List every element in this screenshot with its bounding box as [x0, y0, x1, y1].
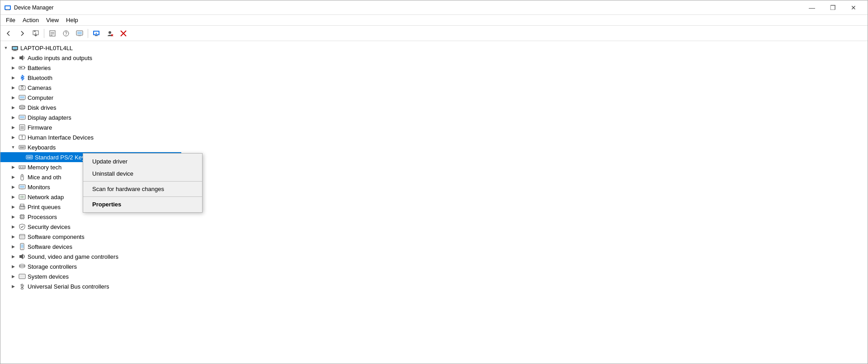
- tree-item-storage[interactable]: ▶ Storage controllers: [0, 261, 181, 271]
- security-expand-icon[interactable]: ▶: [9, 223, 17, 230]
- back-button[interactable]: [2, 27, 15, 40]
- menu-action[interactable]: Action: [19, 16, 42, 24]
- svg-rect-56: [20, 148, 21, 149]
- ctx-properties[interactable]: Properties: [83, 198, 202, 210]
- svg-point-103: [22, 248, 23, 249]
- hid-label: Human Interface Devices: [28, 134, 94, 141]
- tree-item-sw-components[interactable]: ▶ Software components: [0, 232, 181, 242]
- computer-icon: [18, 93, 26, 102]
- window-icon: [4, 4, 11, 11]
- sw-devices-expand-icon[interactable]: ▶: [9, 243, 17, 250]
- firmware-label: Firmware: [28, 124, 52, 131]
- display-expand-icon[interactable]: ▶: [9, 114, 17, 121]
- svg-rect-110: [20, 275, 24, 278]
- ctx-separator-2: [83, 196, 202, 197]
- processors-label: Processors: [28, 214, 57, 220]
- svg-rect-37: [20, 100, 24, 100]
- mice-label: Mice and oth: [28, 174, 61, 181]
- sound-expand-icon[interactable]: ▶: [9, 253, 17, 260]
- view-devices-button[interactable]: [73, 27, 86, 40]
- tree-item-disk[interactable]: ▶ Disk drives: [0, 103, 181, 112]
- tree-item-sw-devices[interactable]: ▶ Software devices: [0, 242, 181, 252]
- update-driver-button[interactable]: [90, 27, 103, 40]
- title-bar: Device Manager — ❐ ✕: [0, 0, 868, 15]
- tree-root[interactable]: ▼ LAPTOP-HL0TL4LL: [0, 43, 181, 53]
- svg-point-114: [23, 285, 24, 285]
- usb-expand-icon[interactable]: ▶: [9, 283, 17, 290]
- tree-item-processors[interactable]: ▶ Processors: [0, 212, 181, 222]
- keyboards-icon: [18, 143, 26, 151]
- audio-expand-icon[interactable]: ▶: [9, 54, 17, 61]
- print-expand-icon[interactable]: ▶: [9, 203, 17, 210]
- processors-expand-icon[interactable]: ▶: [9, 213, 17, 220]
- print-icon: [18, 203, 26, 211]
- disable-button[interactable]: [117, 27, 130, 40]
- svg-rect-57: [21, 148, 24, 149]
- tree-item-bluetooth[interactable]: ▶ Bluetooth: [0, 73, 181, 83]
- sound-label: Sound, video and game controllers: [28, 253, 118, 260]
- svg-rect-51: [19, 145, 25, 149]
- tree-item-keyboards[interactable]: ▼ Keyboards: [0, 142, 181, 152]
- tree-item-usb[interactable]: ▶ Universal Serial Bus controllers: [0, 281, 181, 291]
- forward-button[interactable]: [16, 27, 28, 40]
- hid-expand-icon[interactable]: ▶: [9, 134, 17, 141]
- audio-icon: [18, 54, 26, 62]
- svg-rect-68: [20, 167, 21, 168]
- svg-point-50: [22, 136, 23, 137]
- show-properties-button[interactable]: [46, 27, 59, 40]
- svg-rect-27: [19, 56, 21, 59]
- batteries-expand-icon[interactable]: ▶: [9, 64, 17, 71]
- up-button[interactable]: [29, 27, 42, 40]
- tree-item-security[interactable]: ▶ Security devices: [0, 222, 181, 232]
- tree-item-batteries[interactable]: ▶ Batteries: [0, 63, 181, 73]
- uninstall-button[interactable]: [104, 27, 116, 40]
- tree-item-system[interactable]: ▶ System devices: [0, 271, 181, 281]
- cameras-expand-icon[interactable]: ▶: [9, 84, 17, 91]
- menu-help[interactable]: Help: [62, 16, 82, 24]
- tree-item-cameras[interactable]: ▶ Cameras: [0, 83, 181, 93]
- ctx-uninstall-device[interactable]: Uninstall device: [83, 168, 202, 180]
- svg-rect-5: [34, 31, 36, 32]
- menu-file[interactable]: File: [2, 16, 19, 24]
- minimize-button[interactable]: —: [802, 0, 822, 15]
- mice-expand-icon[interactable]: ▶: [9, 173, 17, 181]
- menu-view[interactable]: View: [42, 16, 62, 24]
- ctx-scan-hardware[interactable]: Scan for hardware changes: [83, 183, 202, 195]
- memory-expand-icon[interactable]: ▶: [9, 163, 17, 171]
- tree-item-computer[interactable]: ▶ Computer: [0, 93, 181, 103]
- std-keyboard-icon: [25, 153, 33, 161]
- svg-rect-69: [22, 167, 23, 168]
- help-button[interactable]: ?: [60, 27, 72, 40]
- storage-expand-icon[interactable]: ▶: [9, 263, 17, 270]
- sw-devices-icon: [18, 243, 26, 251]
- bluetooth-icon: [18, 74, 26, 82]
- restore-button[interactable]: ❐: [822, 0, 843, 15]
- display-label: Display adapters: [28, 114, 71, 121]
- system-expand-icon[interactable]: ▶: [9, 273, 17, 280]
- tree-item-audio[interactable]: ▶ Audio inputs and outputs: [0, 53, 181, 63]
- tree-item-firmware[interactable]: ▶ Firmware: [0, 122, 181, 132]
- svg-rect-14: [78, 35, 81, 36]
- std-keyboard-expand-icon[interactable]: [17, 154, 24, 161]
- close-button[interactable]: ✕: [843, 0, 864, 15]
- tree-item-sound[interactable]: ▶ Sound, video and game controllers: [0, 252, 181, 261]
- tree-item-display[interactable]: ▶ Display adapters: [0, 112, 181, 122]
- window-controls: — ❐ ✕: [802, 0, 864, 15]
- security-icon: [18, 223, 26, 231]
- computer-expand-icon[interactable]: ▶: [9, 94, 17, 101]
- disk-label: Disk drives: [28, 104, 57, 111]
- cameras-icon: [18, 84, 26, 92]
- sw-components-expand-icon[interactable]: ▶: [9, 233, 17, 240]
- disk-expand-icon[interactable]: ▶: [9, 104, 17, 111]
- bluetooth-expand-icon[interactable]: ▶: [9, 74, 17, 81]
- root-expand-icon[interactable]: ▼: [2, 44, 9, 51]
- svg-rect-45: [20, 126, 24, 129]
- svg-rect-54: [23, 146, 24, 147]
- ctx-update-driver[interactable]: Update driver: [83, 155, 202, 168]
- monitors-expand-icon[interactable]: ▶: [9, 183, 17, 191]
- network-expand-icon[interactable]: ▶: [9, 193, 17, 201]
- keyboards-expand-icon[interactable]: ▼: [9, 144, 17, 151]
- firmware-expand-icon[interactable]: ▶: [9, 124, 17, 131]
- svg-point-106: [19, 266, 25, 268]
- tree-item-hid[interactable]: ▶ Human Interface Devices: [0, 132, 181, 142]
